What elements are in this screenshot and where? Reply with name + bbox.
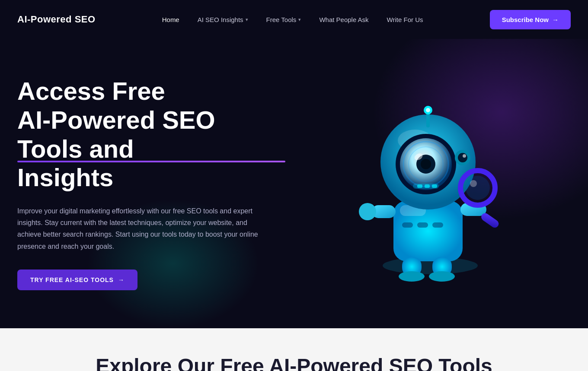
- hero-description: Improve your digital marketing effortles…: [17, 205, 259, 252]
- chevron-down-icon: ▾: [298, 17, 301, 22]
- svg-point-11: [426, 108, 430, 112]
- svg-rect-3: [402, 222, 413, 228]
- svg-point-27: [359, 203, 376, 220]
- hero-image: [285, 76, 571, 292]
- svg-point-35: [399, 271, 425, 282]
- hero-title: Access Free AI-Powered SEO Tools and Ins…: [17, 77, 285, 192]
- svg-rect-24: [425, 184, 430, 188]
- svg-point-31: [466, 176, 490, 200]
- cta-arrow-icon: →: [118, 276, 125, 283]
- nav-item-home[interactable]: Home: [155, 13, 186, 27]
- nav-item-what-people-ask[interactable]: What People Ask: [312, 13, 375, 27]
- nav-link-home[interactable]: Home: [155, 13, 186, 27]
- svg-rect-9: [426, 112, 430, 127]
- svg-rect-23: [417, 184, 422, 188]
- hero-title-line1: Access Free: [17, 77, 165, 105]
- site-logo[interactable]: AI-Powered SEO: [17, 14, 96, 25]
- svg-rect-25: [432, 184, 437, 188]
- nav-item-free-tools[interactable]: Free Tools ▾: [259, 13, 308, 27]
- nav-link-write-for-us[interactable]: Write For Us: [380, 13, 430, 27]
- svg-rect-5: [432, 222, 443, 228]
- nav-link-free-tools[interactable]: Free Tools ▾: [259, 13, 308, 27]
- svg-point-32: [470, 180, 477, 187]
- chevron-down-icon: ▾: [246, 17, 248, 22]
- hero-title-line2: AI-Powered SEO Tools and: [17, 106, 285, 163]
- svg-rect-29: [480, 212, 500, 229]
- subscribe-button[interactable]: Subscribe Now →: [490, 10, 571, 29]
- explore-heading: Explore Our Free AI-Powered SEO Tools: [17, 354, 571, 371]
- nav-link-ai-insights[interactable]: AI SEO Insights ▾: [191, 13, 255, 27]
- svg-point-21: [463, 154, 466, 158]
- hero-title-line3: Insights: [17, 163, 113, 191]
- svg-point-20: [458, 153, 467, 162]
- svg-point-17: [421, 159, 431, 169]
- svg-rect-4: [417, 222, 428, 228]
- hero-content: Access Free AI-Powered SEO Tools and Ins…: [17, 77, 285, 290]
- cta-label: TRY FREE AI-SEO TOOLS: [30, 276, 114, 283]
- subscribe-label: Subscribe Now: [502, 16, 549, 23]
- svg-point-36: [429, 271, 455, 282]
- nav-item-ai-insights[interactable]: AI SEO Insights ▾: [191, 13, 255, 27]
- hero-section: Access Free AI-Powered SEO Tools and Ins…: [0, 39, 588, 328]
- explore-section: Explore Our Free AI-Powered SEO Tools: [0, 328, 588, 371]
- robot-illustration: [346, 84, 510, 283]
- arrow-icon: →: [552, 16, 559, 23]
- cta-button[interactable]: TRY FREE AI-SEO TOOLS →: [17, 270, 137, 290]
- nav-item-write-for-us[interactable]: Write For Us: [380, 13, 430, 27]
- nav-menu: Home AI SEO Insights ▾ Free Tools ▾ What…: [155, 13, 430, 27]
- nav-link-what-people-ask[interactable]: What People Ask: [312, 13, 375, 27]
- navbar: AI-Powered SEO Home AI SEO Insights ▾ Fr…: [0, 0, 588, 39]
